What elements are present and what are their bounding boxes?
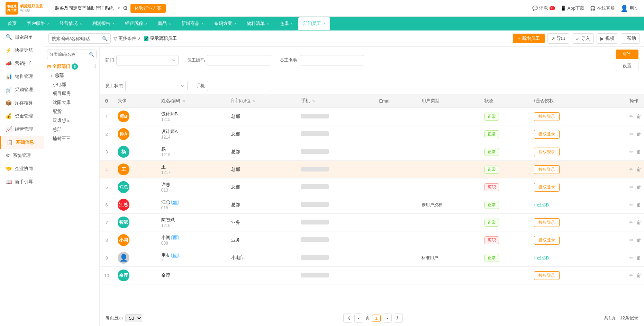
add-employee-button[interactable]: + 新增员工: [513, 34, 544, 43]
phone-filter-input[interactable]: [207, 81, 271, 91]
empcode-filter-input[interactable]: [207, 55, 271, 65]
search-input[interactable]: [52, 36, 102, 41]
close-tab-icon[interactable]: ×: [323, 17, 325, 30]
auth-login-button[interactable]: 授权登录: [534, 236, 560, 245]
close-tab-icon[interactable]: ×: [267, 17, 269, 30]
dept-collapse-button[interactable]: 《: [92, 63, 97, 70]
sidebar-item-搜索菜单[interactable]: 🔍搜索菜单: [0, 30, 44, 44]
auth-login-button[interactable]: 授权登录: [534, 218, 560, 227]
close-tab-icon[interactable]: ×: [112, 17, 115, 30]
edit-button[interactable]: ✏: [629, 167, 634, 172]
sort-phone-icon[interactable]: ⇅: [312, 99, 315, 103]
close-tab-icon[interactable]: ×: [47, 17, 49, 30]
sort-name-icon[interactable]: ⇅: [182, 99, 185, 103]
delete-button[interactable]: 🗑: [636, 237, 641, 243]
user-menu-button[interactable]: 👤 用友: [620, 5, 638, 12]
show-resigned-input[interactable]: [144, 36, 148, 41]
nav-tab-商品[interactable]: 商品×: [153, 17, 176, 30]
experience-button[interactable]: 体验行业方案: [130, 4, 166, 13]
last-page-button[interactable]: 》: [394, 314, 403, 323]
delete-button[interactable]: 🗑: [636, 167, 641, 172]
online-service-button[interactable]: 🎧 在线客服: [590, 5, 615, 11]
edit-button[interactable]: ✏: [629, 114, 634, 119]
import-button[interactable]: ↙ 导入: [572, 33, 594, 44]
edit-button[interactable]: ✏: [629, 131, 634, 137]
dept-tree-item-小电部[interactable]: 小电部: [47, 80, 97, 89]
more-conditions-button[interactable]: ▽ 更多条件 ∧: [114, 35, 141, 42]
search-wrap[interactable]: 🔍: [48, 33, 111, 44]
dept-tree-item-沈阳大库[interactable]: 沈阳大库: [47, 98, 97, 107]
delete-button[interactable]: 🗑: [636, 184, 641, 190]
dept-tree-item-项目库房[interactable]: 项目库房: [47, 89, 97, 98]
next-page-button[interactable]: ›: [383, 314, 392, 323]
auth-login-button[interactable]: 授权登录: [534, 148, 560, 156]
reset-button[interactable]: 设置: [616, 61, 638, 71]
sidebar-item-企业协同[interactable]: 🤝企业协同: [0, 162, 44, 175]
delete-button[interactable]: 🗑: [636, 202, 641, 208]
edit-button[interactable]: ✏: [629, 237, 634, 243]
edit-button[interactable]: ✏: [629, 184, 634, 190]
dept-tree-item-总部[interactable]: ▼总部: [47, 71, 97, 80]
edit-button[interactable]: ✏: [629, 273, 634, 278]
current-page-display[interactable]: 1: [372, 315, 381, 322]
sidebar-item-采购管理[interactable]: 🛒采购管理: [0, 83, 44, 96]
nav-tab-客户联络[interactable]: 客户联络×: [22, 17, 54, 30]
edit-button[interactable]: ✏: [629, 255, 634, 261]
sidebar-item-营销推广[interactable]: 📣营销推广: [0, 57, 44, 70]
dept-tree-item-双虚想[interactable]: 双虚想▶: [47, 116, 97, 125]
nav-tab-条码方案[interactable]: 条码方案×: [209, 17, 241, 30]
gear-button[interactable]: ⚙: [123, 5, 128, 11]
delete-button[interactable]: 🗑: [636, 220, 641, 225]
auth-login-button[interactable]: 授权登录: [534, 271, 560, 280]
col-settings[interactable]: ⚙: [100, 94, 114, 108]
nav-tab-物料清单[interactable]: 物料清单×: [242, 17, 274, 30]
sidebar-item-经营管理[interactable]: 📈经营管理: [0, 123, 44, 136]
nav-tab-经营历程[interactable]: 经营历程×: [120, 17, 152, 30]
edit-button[interactable]: ✏: [629, 149, 634, 155]
dept-search-wrap[interactable]: 🔍: [47, 50, 97, 59]
query-button[interactable]: 查询: [616, 50, 638, 59]
empstatus-filter-select[interactable]: [125, 81, 188, 91]
video-button[interactable]: ▶ 视频: [597, 33, 618, 44]
sidebar-item-新手引导[interactable]: 📖新手引导: [0, 175, 44, 188]
sidebar-item-基础信息[interactable]: 📋基础信息: [0, 136, 44, 149]
nav-tab-部门员工[interactable]: 部门员工×: [298, 17, 330, 30]
close-tab-icon[interactable]: ×: [80, 17, 82, 30]
app-download-button[interactable]: 📱 App下载: [561, 5, 584, 11]
all-dept-button[interactable]: ⊞ 全部部门 6: [47, 63, 78, 70]
edit-button[interactable]: ✏: [629, 220, 634, 225]
dept-tree-item-配货[interactable]: 配货: [47, 107, 97, 116]
settings-icon[interactable]: ⚙: [105, 98, 109, 104]
dropdown-arrow-icon[interactable]: ▾: [118, 6, 120, 11]
delete-button[interactable]: 🗑: [636, 255, 641, 261]
close-tab-icon[interactable]: ×: [291, 17, 293, 30]
edit-button[interactable]: ✏: [629, 202, 634, 208]
auth-login-button[interactable]: 授权登录: [534, 165, 560, 174]
sort-dept-icon[interactable]: ⇅: [252, 99, 255, 103]
delete-button[interactable]: 🗑: [636, 149, 641, 155]
help-button[interactable]: | 帮助: [621, 33, 640, 44]
close-tab-icon[interactable]: ×: [234, 17, 236, 30]
nav-tab-仓库[interactable]: 仓库×: [275, 17, 298, 30]
page-size-select[interactable]: 50: [125, 314, 142, 322]
export-button[interactable]: ↗ 导出: [547, 33, 569, 44]
dept-search-input[interactable]: [49, 52, 89, 57]
nav-tab-新增商品[interactable]: 新增商品×: [176, 17, 208, 30]
dept-tree-item-总部[interactable]: 总部: [47, 125, 97, 134]
dept-filter-select[interactable]: [116, 55, 179, 65]
delete-button[interactable]: 🗑: [636, 273, 641, 278]
nav-tab-首页[interactable]: 首页: [3, 17, 21, 30]
auth-login-button[interactable]: 授权登录: [534, 112, 560, 121]
prev-page-button[interactable]: ‹: [354, 314, 363, 323]
close-tab-icon[interactable]: ×: [201, 17, 203, 30]
delete-button[interactable]: 🗑: [636, 131, 641, 137]
close-tab-icon[interactable]: ×: [169, 17, 171, 30]
nav-tab-利润报告[interactable]: 利润报告×: [88, 17, 119, 30]
sidebar-item-快捷导航[interactable]: ⚡快捷导航: [0, 44, 44, 57]
sidebar-item-资金管理[interactable]: 💰资金管理: [0, 109, 44, 123]
sidebar-item-销售管理[interactable]: 📊销售管理: [0, 70, 44, 83]
nav-tab-经营情况[interactable]: 经营情况×: [55, 17, 87, 30]
show-resigned-checkbox[interactable]: 显示离职员工: [144, 35, 177, 42]
auth-login-button[interactable]: 授权登录: [534, 130, 560, 139]
message-button[interactable]: 💬 消息 6: [532, 5, 555, 11]
